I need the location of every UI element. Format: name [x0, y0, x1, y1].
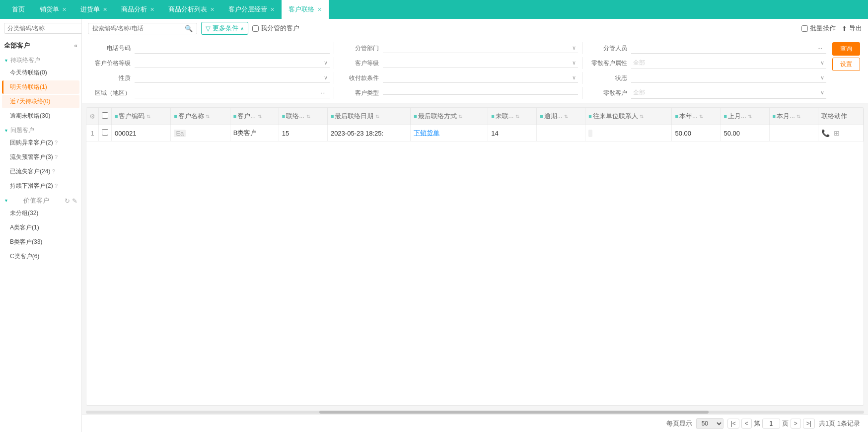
- sidebar-group-value: 价值客户 ↻ ✎: [0, 193, 81, 206]
- filter-row-2: 客户价格等级 ∨ 客户等级 ∨: [90, 57, 826, 69]
- filter-label-status: 状态: [586, 74, 631, 82]
- my-customers-checkbox[interactable]: 我分管的客户: [252, 24, 299, 33]
- sidebar-item-type-b[interactable]: B类客户(33): [2, 235, 79, 249]
- close-icon[interactable]: ✕: [150, 6, 154, 13]
- chevron-down-icon: ∨: [572, 45, 576, 51]
- filter-divider-7: [334, 87, 334, 99]
- filter-label-price-level: 客户价格等级: [90, 59, 135, 68]
- row-select-checkbox[interactable]: [102, 129, 108, 136]
- toolbar-search-icon[interactable]: 🔍: [185, 25, 193, 32]
- chevron-down-icon-5: ∨: [324, 74, 328, 81]
- nav-customer-tier[interactable]: 客户分层经营 ✕: [221, 0, 282, 19]
- row-type: B类客户: [230, 125, 279, 142]
- sidebar-item-churn-warning[interactable]: 流失预警客户(3) ?: [2, 150, 79, 164]
- close-icon[interactable]: ✕: [103, 6, 107, 13]
- batch-ops-check[interactable]: [801, 25, 808, 32]
- filter-select-customer-level[interactable]: ∨: [383, 58, 578, 68]
- sidebar-item-week-contact[interactable]: 近7天待联络(0): [2, 95, 79, 108]
- action-grid-icon[interactable]: ⊞: [834, 129, 840, 137]
- col-code: ≡客户编码 ⇅: [112, 108, 171, 125]
- per-page-select[interactable]: 50 20 100: [696, 418, 723, 429]
- filter-select-payment[interactable]: ∨: [383, 73, 578, 83]
- filter-select-customer-type[interactable]: [383, 91, 578, 95]
- edit-icon[interactable]: ✎: [72, 197, 77, 205]
- last-page-button[interactable]: >|: [803, 419, 815, 429]
- nav-purchase[interactable]: 进货单 ✕: [73, 0, 114, 19]
- filter-cell-nature: 性质 ∨: [90, 73, 330, 83]
- pagination: 每页显示 50 20 100 |< < 第 页 > >| 共1页 1条记录: [82, 415, 868, 432]
- filter-cell-price-level: 客户价格等级 ∨: [90, 58, 330, 68]
- refresh-icon[interactable]: ↻: [65, 197, 70, 205]
- sidebar-item-today-contact[interactable]: 今天待联络(0): [2, 66, 79, 79]
- chevron-down-icon-8: ∨: [820, 89, 824, 96]
- more-filters-button[interactable]: ▽ 更多条件 ∧: [201, 22, 248, 35]
- export-icon: ⬆: [842, 25, 847, 32]
- filter-divider-3: [334, 57, 334, 69]
- sidebar-item-declining[interactable]: 持续下滑客户(2) ?: [2, 179, 79, 193]
- filter-row-3: 性质 ∨ 收付款条件 ∨: [90, 72, 826, 84]
- page-nav: |< < 第 页 > >|: [727, 419, 815, 429]
- filter-select-retail-attr[interactable]: 全部 ∨: [631, 57, 826, 69]
- filter-select-region[interactable]: ···: [135, 88, 330, 98]
- sidebar-item-type-a[interactable]: A类客户(1): [2, 221, 79, 234]
- last-contact-method-link[interactable]: 下销货单: [414, 129, 439, 137]
- filter-label-nature: 性质: [90, 74, 135, 82]
- row-this-month: [769, 125, 818, 142]
- sidebar-all-customers[interactable]: 全部客户 «: [0, 38, 81, 53]
- chevron-down-icon-3: ∨: [572, 60, 576, 66]
- chevron-up-icon: ∧: [240, 26, 244, 31]
- next-page-button[interactable]: >: [791, 419, 801, 429]
- filter-input-phone[interactable]: [135, 43, 330, 54]
- row-contact-count: 15: [279, 125, 327, 142]
- filter-label-dept: 分管部门: [338, 44, 383, 53]
- scrollbar-thumb[interactable]: [319, 411, 709, 414]
- close-icon[interactable]: ✕: [317, 6, 322, 13]
- filter-select-retail-customer[interactable]: 全部 ∨: [631, 87, 826, 99]
- row-last-month: 50.00: [721, 125, 769, 142]
- close-icon[interactable]: ✕: [62, 6, 67, 13]
- filter-divider-4: [582, 57, 582, 69]
- nav-customer-contact[interactable]: 客户联络 ✕: [282, 0, 329, 19]
- settings-button[interactable]: 设置: [832, 58, 860, 71]
- filter-select-status[interactable]: ∨: [631, 73, 826, 83]
- sidebar-item-ungrouped[interactable]: 未分组(32): [2, 207, 79, 220]
- filter-actions: 查询 设置: [832, 42, 860, 71]
- filter-select-dept[interactable]: ∨: [383, 43, 578, 53]
- nav-product-analysis[interactable]: 商品分析 ✕: [114, 0, 161, 19]
- sidebar-search-input[interactable]: [4, 23, 82, 34]
- select-all-checkbox[interactable]: [102, 112, 108, 119]
- filter-select-price-level[interactable]: ∨: [135, 58, 330, 68]
- export-button[interactable]: ⬆ 导出: [842, 24, 862, 33]
- prev-page-button[interactable]: <: [741, 419, 752, 429]
- nav-home[interactable]: 首页: [4, 0, 33, 19]
- sidebar-item-rebuy-abnormal[interactable]: 回购异常客户(2) ?: [2, 136, 79, 149]
- filter-select-person[interactable]: ···: [631, 43, 826, 54]
- nav-sales[interactable]: 销货单 ✕: [33, 0, 73, 19]
- filter-select-nature[interactable]: ∨: [135, 73, 330, 83]
- table-row: 1 000021 Ea B类客户 15 2023-05-23 18:25: 下销…: [86, 125, 864, 142]
- toolbar: 🔍 ▽ 更多条件 ∧ 我分管的客户 批量操作 ⬆ 导出: [82, 19, 868, 38]
- dots-icon-2: ···: [319, 89, 328, 96]
- batch-ops-button[interactable]: 批量操作: [801, 24, 836, 33]
- col-last-contact-method: ≡最后联络方式 ⇅: [411, 108, 488, 125]
- horizontal-scrollbar[interactable]: [82, 410, 868, 415]
- nav-product-list[interactable]: 商品分析列表 ✕: [161, 0, 221, 19]
- page-input[interactable]: [762, 419, 780, 429]
- sidebar-item-churned[interactable]: 已流失客户(24) ?: [2, 165, 79, 178]
- action-icons: 📞 ⊞: [821, 129, 860, 137]
- first-page-button[interactable]: |<: [727, 419, 739, 429]
- content-area: 🔍 ▽ 更多条件 ∧ 我分管的客户 批量操作 ⬆ 导出: [82, 19, 868, 432]
- filter-cell-region: 区域（地区） ···: [90, 88, 330, 98]
- close-icon[interactable]: ✕: [210, 6, 215, 13]
- toolbar-search-input[interactable]: [92, 25, 182, 32]
- my-customers-check-input[interactable]: [252, 25, 259, 32]
- row-num: 1: [86, 125, 99, 142]
- query-button[interactable]: 查询: [832, 42, 860, 56]
- sidebar-item-tomorrow-contact[interactable]: 明天待联络(1): [2, 80, 79, 94]
- col-settings[interactable]: ⚙: [86, 108, 99, 125]
- col-actions: 联络动作: [818, 108, 863, 125]
- action-phone-icon[interactable]: 📞: [821, 129, 830, 137]
- sidebar-item-type-c[interactable]: C类客户(6): [2, 250, 79, 263]
- sidebar-item-overdue-contact[interactable]: 逾期未联络(30): [2, 109, 79, 123]
- close-icon[interactable]: ✕: [270, 6, 275, 13]
